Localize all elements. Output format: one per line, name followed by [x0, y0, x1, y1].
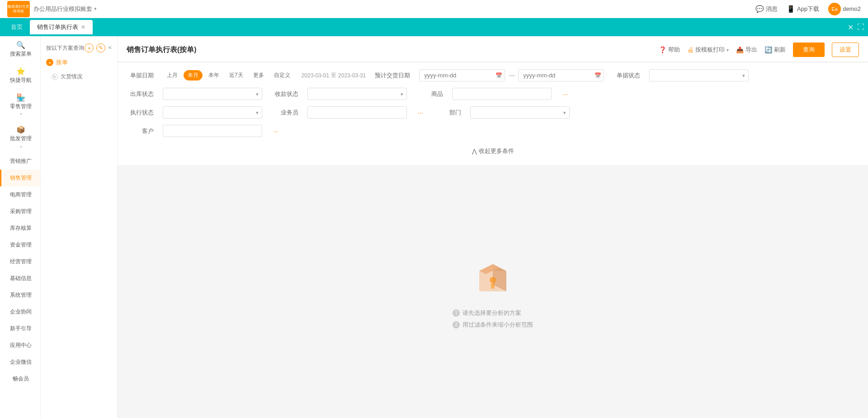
sidebar-item-newbie[interactable]: 新手引导	[0, 320, 40, 337]
refresh-btn[interactable]: 🔄 刷新	[764, 46, 786, 54]
date-btn-last-month[interactable]: 上月	[163, 70, 182, 81]
sidebar-item-sales[interactable]: 销售管理	[0, 170, 40, 186]
left-panel: 按以下方案查询 + ✎ « ● 按单 ↻ 欠货情况	[41, 36, 118, 418]
wholesale-icon: 📦	[16, 125, 25, 134]
messages-btn[interactable]: 💬 消息	[755, 5, 778, 13]
exec-select[interactable]	[163, 106, 262, 119]
date-range-display: 2023-03-01 至 2023-03-31	[302, 71, 366, 79]
print-dropdown-icon: ▾	[726, 48, 729, 52]
filter-row-2: 出库状态 收款状态 商品 ···	[127, 88, 859, 100]
tip-row-1: 1 请先选择要分析的方案	[453, 307, 533, 319]
sidebar-item-system[interactable]: 系统管理	[0, 287, 40, 304]
purchase-label: 采购管理	[10, 208, 32, 215]
date-btn-this-year[interactable]: 本年	[204, 70, 223, 81]
sidebar-item-ops[interactable]: 经营管理	[0, 253, 40, 270]
goods-input[interactable]	[452, 88, 552, 100]
setting-button[interactable]: 设置	[832, 43, 859, 57]
sidebar-item-ecommerce[interactable]: 电商管理	[0, 186, 40, 203]
search-button[interactable]: 查询	[793, 43, 825, 57]
expected-date-group: 📅 — 📅	[419, 69, 604, 81]
print-btn[interactable]: 🖨 按模板打印 ▾	[687, 46, 729, 54]
payment-select[interactable]	[307, 88, 407, 100]
dept-select[interactable]	[470, 106, 570, 119]
app-download-label: App下载	[797, 5, 819, 13]
tab-close-icon[interactable]: ✕	[81, 24, 85, 30]
sidebar-search-menu[interactable]: 🔍 搜索菜单	[0, 36, 40, 62]
payment-status-wrap	[307, 88, 407, 100]
app-download-btn[interactable]: 📱 App下载	[787, 5, 819, 13]
avatar-text: Ea	[832, 6, 838, 12]
sidebar-item-marketing[interactable]: 营销推广	[0, 153, 40, 170]
tip-num-2: 2	[453, 321, 460, 328]
edit-scheme-btn[interactable]: ✎	[96, 43, 105, 52]
tip-row-2: 2 用过滤条件来缩小分析范围	[453, 319, 533, 331]
tab-sales-exec[interactable]: 销售订单执行表 ✕	[30, 20, 93, 34]
company-selector[interactable]: 办公用品行业模拟账套 ▾	[33, 5, 97, 13]
date-btn-7days[interactable]: 近7天	[225, 70, 247, 81]
date-btn-this-month[interactable]: 本月	[184, 70, 203, 81]
sidebar-item-member[interactable]: 畅会员	[0, 370, 40, 387]
exec-label: 执行状态	[127, 109, 154, 117]
sidebar-item-purchase[interactable]: 采购管理	[0, 203, 40, 220]
status-wrap	[649, 69, 749, 81]
add-scheme-btn[interactable]: +	[85, 43, 94, 52]
scheme-按单[interactable]: ● 按单	[41, 55, 117, 70]
sidebar-item-finance[interactable]: 资金管理	[0, 237, 40, 253]
sidebar-item-basic[interactable]: 基础信息	[0, 270, 40, 287]
tip-num-1: 1	[453, 309, 460, 317]
customer-input[interactable]	[163, 125, 262, 137]
close-window-btn[interactable]: ✕	[848, 23, 854, 32]
collapse-link[interactable]: ⋀ 收起更多条件	[472, 147, 514, 155]
goods-more-btn[interactable]: ···	[561, 90, 570, 98]
avatar: Ea	[828, 3, 841, 15]
sidebar-item-wechat[interactable]: 企业微信	[0, 354, 40, 370]
sub-dot-icon: ↻	[52, 74, 58, 80]
sidebar-item-enterprise[interactable]: 企业协同	[0, 304, 40, 320]
expected-date-start-wrap: 📅	[419, 69, 505, 81]
filter-row-4: 客户 ···	[127, 125, 859, 137]
date-btn-custom[interactable]: 自定义	[270, 70, 294, 81]
phone-icon: 📱	[787, 5, 795, 13]
date-range-start: 2023-03-01	[302, 72, 329, 79]
sidebar-item-wholesale[interactable]: 📦 批发管理 ▴	[0, 121, 40, 153]
search-menu-label: 搜索菜单	[10, 50, 32, 58]
scheme-label: 按单	[56, 58, 68, 66]
sidebar: 🔍 搜索菜单 ⭐ 快捷导航 🏪 零售管理 ▾ 📦 批发管理 ▴ 营销推广 销售管…	[0, 36, 41, 418]
maximize-btn[interactable]: ⛶	[857, 23, 864, 31]
date-filter-group: 上月 本月 本年 近7天 更多 自定义 2023-03-01 至 2023-03…	[163, 70, 366, 81]
sub-item-欠货情况[interactable]: ↻ 欠货情况	[41, 70, 117, 84]
help-btn[interactable]: ❓ 帮助	[659, 46, 680, 54]
expected-date-end-input[interactable]	[518, 69, 604, 81]
salesman-more-btn[interactable]: ···	[416, 109, 425, 116]
dept-wrap	[470, 106, 570, 119]
status-select[interactable]	[649, 69, 749, 81]
sidebar-quick-nav[interactable]: ⭐ 快捷导航	[0, 62, 40, 89]
sidebar-item-retail[interactable]: 🏪 零售管理 ▾	[0, 89, 40, 121]
salesman-input[interactable]	[307, 106, 407, 119]
sidebar-item-appstore[interactable]: 应用中心	[0, 337, 40, 354]
expected-date-start-input[interactable]	[419, 69, 505, 81]
user-info[interactable]: Ea demo2	[828, 3, 861, 15]
inventory-label: 库存核算	[10, 224, 32, 232]
collapse-label: 收起更多条件	[479, 147, 514, 155]
shipment-label: 出库状态	[127, 90, 154, 98]
payment-label: 收款状态	[271, 90, 298, 98]
logo-line2: 标准版	[13, 10, 24, 13]
tab-home[interactable]: 首页	[4, 20, 30, 34]
dropdown-icon: ▾	[94, 6, 97, 12]
export-btn[interactable]: 📤 导出	[736, 46, 757, 54]
quick-nav-label: 快捷导航	[10, 76, 32, 84]
customer-more-btn[interactable]: ···	[271, 128, 280, 135]
date-dash: —	[509, 72, 514, 79]
ops-label: 经营管理	[10, 258, 32, 266]
exec-status-wrap	[163, 106, 262, 119]
retail-label: 零售管理	[10, 103, 32, 110]
empty-tips: 1 请先选择要分析的方案 2 用过滤条件来缩小分析范围	[453, 307, 533, 331]
collapse-panel-btn[interactable]: «	[108, 43, 112, 52]
refresh-icon: 🔄	[764, 46, 772, 53]
sidebar-item-inventory[interactable]: 库存核算	[0, 220, 40, 237]
svg-rect-7	[491, 283, 495, 289]
filter-row-3: 执行状态 业务员 ··· 部门	[127, 106, 859, 119]
date-btn-more[interactable]: 更多	[249, 70, 268, 81]
shipment-select[interactable]	[163, 88, 262, 100]
